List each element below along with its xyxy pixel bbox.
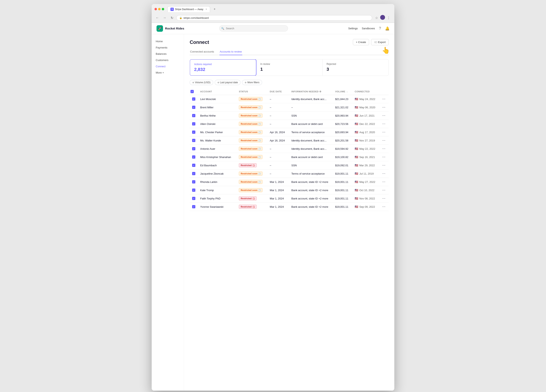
sidebar-item-more[interactable]: More + bbox=[152, 70, 184, 76]
row-checkbox[interactable]: ✓ bbox=[192, 97, 195, 101]
row-actions-button[interactable]: ··· bbox=[380, 170, 389, 178]
row-checkbox-cell[interactable]: ✓ bbox=[190, 186, 198, 194]
filter-more[interactable]: ⊕ More filters bbox=[242, 80, 262, 85]
status-icon: 🚫 bbox=[252, 197, 255, 200]
row-actions-button[interactable]: ··· bbox=[380, 161, 389, 170]
row-status: Restricted soon 🕐 bbox=[236, 120, 267, 128]
select-all-header[interactable]: ✓ bbox=[190, 88, 198, 95]
create-button[interactable]: + Create bbox=[353, 39, 369, 45]
export-button[interactable]: ↑□ Export bbox=[371, 39, 389, 45]
row-checkbox-cell[interactable]: ✓ bbox=[190, 103, 198, 112]
tab-accounts-to-review[interactable]: Accounts to review bbox=[219, 49, 242, 55]
row-checkbox[interactable]: ✓ bbox=[192, 114, 195, 117]
row-status: Restricted soon 🕐 bbox=[236, 95, 267, 103]
row-checkbox[interactable]: ✓ bbox=[192, 155, 195, 159]
row-checkbox-cell[interactable]: ✓ bbox=[190, 170, 198, 178]
row-checkbox-cell[interactable]: ✓ bbox=[190, 194, 198, 203]
row-actions-button[interactable]: ··· bbox=[380, 186, 389, 194]
settings-link[interactable]: Settings bbox=[348, 27, 358, 30]
bookmark-button[interactable]: ☆ bbox=[374, 15, 379, 21]
company-name: Rocket Rides bbox=[165, 27, 184, 30]
row-checkbox[interactable]: ✓ bbox=[192, 122, 195, 126]
row-checkbox-cell[interactable]: ✓ bbox=[190, 145, 198, 153]
row-checkbox[interactable]: ✓ bbox=[192, 139, 195, 142]
row-actions-button[interactable]: ··· bbox=[380, 203, 389, 211]
row-actions-button[interactable]: ··· bbox=[380, 95, 389, 103]
tab-connected-accounts[interactable]: Connected accounts bbox=[190, 49, 214, 55]
row-checkbox[interactable]: ✓ bbox=[192, 197, 195, 200]
row-checkbox-cell[interactable]: ✓ bbox=[190, 161, 198, 170]
stat-card-rejected[interactable]: Rejected 3 bbox=[323, 59, 389, 76]
reload-button[interactable]: ↻ bbox=[169, 15, 175, 21]
row-account-name: Bertha Hirthe bbox=[198, 112, 236, 120]
stat-card-in-review[interactable]: In review 1 bbox=[256, 59, 322, 76]
new-tab-button[interactable]: + bbox=[212, 6, 218, 12]
status-icon: 🕐 bbox=[258, 98, 261, 100]
row-account-name: Yvonne Swaniawski bbox=[198, 203, 236, 211]
lock-icon: 🔒 bbox=[179, 17, 182, 19]
row-checkbox-cell[interactable]: ✓ bbox=[190, 95, 198, 103]
filter-payout-date[interactable]: ⊕ Last payout date bbox=[215, 80, 241, 85]
info-settings-icon[interactable]: ⚙ bbox=[319, 90, 322, 93]
maximize-traffic-light[interactable] bbox=[162, 8, 164, 10]
row-actions-button[interactable]: ··· bbox=[380, 194, 389, 203]
col-header-info-needed[interactable]: INFORMATION NEEDED ⚙ bbox=[289, 88, 333, 95]
help-button[interactable]: ? bbox=[379, 26, 381, 31]
sidebar-item-balances[interactable]: Balances bbox=[152, 51, 184, 57]
row-checkbox[interactable]: ✓ bbox=[192, 205, 195, 208]
row-checkbox-cell[interactable]: ✓ bbox=[190, 112, 198, 120]
row-info-needed: SSN bbox=[289, 112, 333, 120]
row-volume: $21,844.23 bbox=[333, 95, 352, 103]
row-checkbox[interactable]: ✓ bbox=[192, 172, 195, 175]
browser-tab[interactable]: S Stripe Dashboard — Away ✕ bbox=[168, 6, 210, 12]
table-row: ✓ Brent Miller Restricted soon 🕐 – – $21… bbox=[190, 103, 389, 112]
sidebar-item-home[interactable]: Home bbox=[152, 38, 184, 44]
profile-avatar[interactable] bbox=[380, 15, 385, 20]
status-badge: Restricted 🚫 bbox=[239, 205, 257, 209]
tab-close-button[interactable]: ✕ bbox=[205, 8, 207, 10]
address-bar[interactable]: 🔒 stripe.com/dashboard bbox=[176, 15, 372, 21]
row-actions-button[interactable]: ··· bbox=[380, 112, 389, 120]
row-checkbox[interactable]: ✓ bbox=[192, 147, 195, 150]
row-actions-button[interactable]: ··· bbox=[380, 145, 389, 153]
table-row: ✓ Bertha Hirthe Restricted soon 🕐 – SSN … bbox=[190, 112, 389, 120]
row-checkbox-cell[interactable]: ✓ bbox=[190, 203, 198, 211]
row-actions-button[interactable]: ··· bbox=[380, 136, 389, 145]
col-header-volume[interactable]: VOLUME ↓ bbox=[333, 88, 352, 95]
row-actions-button[interactable]: ··· bbox=[380, 153, 389, 161]
menu-button[interactable]: ⋮ bbox=[386, 15, 391, 21]
row-checkbox[interactable]: ✓ bbox=[192, 189, 195, 192]
table-row: ✓ Ed Baumbach Restricted 🚫 – SSN $19,092… bbox=[190, 161, 389, 170]
row-checkbox[interactable]: ✓ bbox=[192, 164, 195, 167]
back-button[interactable]: ← bbox=[155, 15, 160, 21]
row-checkbox-cell[interactable]: ✓ bbox=[190, 153, 198, 161]
forward-button[interactable]: → bbox=[162, 15, 168, 21]
sidebar-item-customers[interactable]: Customers bbox=[152, 57, 184, 63]
minimize-traffic-light[interactable] bbox=[158, 8, 161, 10]
row-actions-button[interactable]: ··· bbox=[380, 120, 389, 128]
stat-card-actions-required[interactable]: Actions required 2,832 bbox=[190, 59, 256, 76]
sidebar-item-payments[interactable]: Payments bbox=[152, 44, 184, 51]
row-checkbox[interactable]: ✓ bbox=[192, 180, 195, 183]
sidebar-item-connect[interactable]: Connect bbox=[152, 63, 184, 70]
row-checkbox-cell[interactable]: ✓ bbox=[190, 178, 198, 186]
row-checkbox[interactable]: ✓ bbox=[192, 131, 195, 134]
row-checkbox-cell[interactable]: ✓ bbox=[190, 120, 198, 128]
row-volume: $19,594.92 bbox=[333, 145, 352, 153]
row-actions-button[interactable]: ··· bbox=[380, 103, 389, 112]
status-icon: 🕐 bbox=[258, 148, 261, 150]
row-actions-button[interactable]: ··· bbox=[380, 178, 389, 186]
filter-volume[interactable]: ⊕ Volume (USD) bbox=[190, 80, 213, 85]
notifications-button[interactable]: 🔔 bbox=[385, 26, 390, 31]
row-volume: $19,001.11 bbox=[333, 170, 352, 178]
row-actions-button[interactable]: ··· bbox=[380, 128, 389, 136]
row-checkbox-cell[interactable]: ✓ bbox=[190, 136, 198, 145]
search-input[interactable] bbox=[219, 25, 288, 32]
row-checkbox-cell[interactable]: ✓ bbox=[190, 128, 198, 136]
volume-sort-icon[interactable]: ↓ bbox=[347, 90, 348, 93]
sandboxes-link[interactable]: Sandboxes bbox=[362, 27, 375, 30]
select-all-checkbox[interactable]: ✓ bbox=[190, 90, 194, 93]
table-header-row: ✓ ACCOUNT STATUS DUE DATE bbox=[190, 88, 389, 95]
close-traffic-light[interactable] bbox=[155, 8, 157, 10]
row-checkbox[interactable]: ✓ bbox=[192, 106, 195, 109]
